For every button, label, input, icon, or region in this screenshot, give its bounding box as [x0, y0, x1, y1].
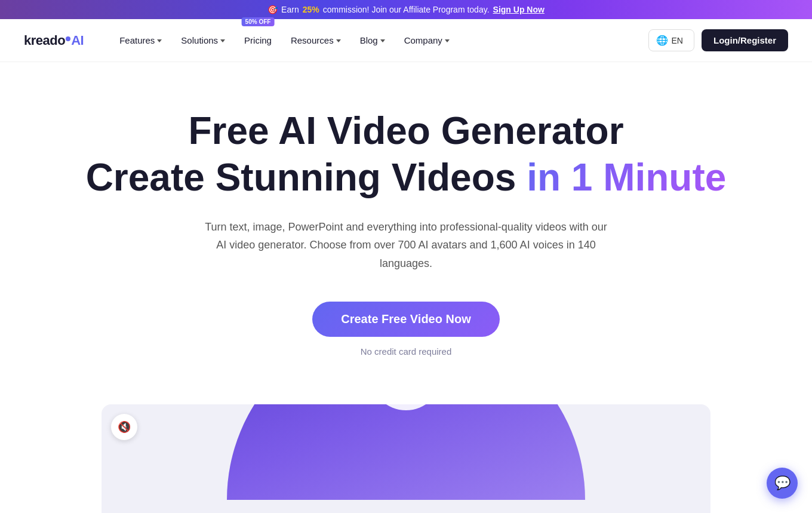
login-register-button[interactable]: Login/Register — [702, 29, 788, 51]
banner-cta-link[interactable]: Sign Up Now — [493, 5, 545, 14]
language-selector[interactable]: 🌐 EN — [648, 29, 694, 51]
nav-item-company[interactable]: Company — [397, 30, 457, 50]
nav-features-label: Features — [119, 35, 155, 45]
logo[interactable]: kreadoAI — [24, 33, 84, 48]
nav-company-label: Company — [404, 35, 442, 45]
nav-solutions-label: Solutions — [181, 35, 218, 45]
lang-label: EN — [672, 36, 683, 45]
hero-title-line2: Create Stunning Videos in 1 Minute — [24, 156, 788, 198]
chevron-down-icon — [157, 39, 162, 42]
no-credit-card-text: No credit card required — [24, 346, 788, 357]
nav-links: Features Solutions 50% OFF Pricing Resou… — [112, 30, 648, 50]
logo-suffix: AI — [71, 33, 84, 48]
hero-title-plain: Create Stunning Videos — [86, 156, 516, 199]
arch-shape — [227, 404, 585, 500]
nav-blog-label: Blog — [360, 35, 378, 45]
nav-resources-label: Resources — [291, 35, 334, 45]
banner-prefix: Earn — [281, 5, 299, 14]
mute-icon: 🔇 — [118, 420, 131, 434]
hero-subtitle: Turn text, image, PowerPoint and everyth… — [203, 218, 609, 273]
avatar-circle — [370, 404, 442, 410]
create-free-video-button[interactable]: Create Free Video Now — [312, 302, 499, 337]
globe-icon: 🌐 — [656, 35, 668, 46]
hero-title-gradient: in 1 Minute — [527, 156, 726, 199]
mute-button[interactable]: 🔇 — [111, 414, 137, 440]
logo-text: kreadoAI — [24, 33, 84, 48]
nav-item-pricing[interactable]: 50% OFF Pricing — [237, 30, 279, 50]
hero-title-line1: Free AI Video Generator — [24, 110, 788, 152]
nav-pricing-label: Pricing — [244, 35, 272, 45]
nav-item-features[interactable]: Features — [112, 30, 169, 50]
nav-right: 🌐 EN Login/Register — [648, 29, 788, 51]
video-arch-visual — [102, 404, 710, 500]
nav-item-solutions[interactable]: Solutions — [174, 30, 232, 50]
chat-button[interactable]: 💬 — [767, 468, 798, 499]
nav-item-resources[interactable]: Resources — [284, 30, 348, 50]
pricing-badge: 50% OFF — [242, 17, 275, 26]
banner-highlight: 25% — [303, 5, 319, 14]
chevron-down-icon — [336, 39, 341, 42]
nav-item-blog[interactable]: Blog — [353, 30, 392, 50]
top-banner: 🎯 Earn 25% commission! Join our Affiliat… — [0, 0, 812, 19]
chevron-down-icon — [445, 39, 450, 42]
banner-suffix: commission! Join our Affiliate Program t… — [323, 5, 490, 14]
chat-icon: 💬 — [774, 475, 791, 491]
banner-icon: 🎯 — [267, 5, 278, 14]
chevron-down-icon — [380, 39, 385, 42]
chevron-down-icon — [220, 39, 225, 42]
logo-dot — [66, 36, 70, 41]
video-section: 🔇 — [102, 404, 710, 513]
navbar: kreadoAI Features Solutions 50% OFF Pric… — [0, 19, 812, 62]
hero-section: Free AI Video Generator Create Stunning … — [0, 62, 812, 392]
